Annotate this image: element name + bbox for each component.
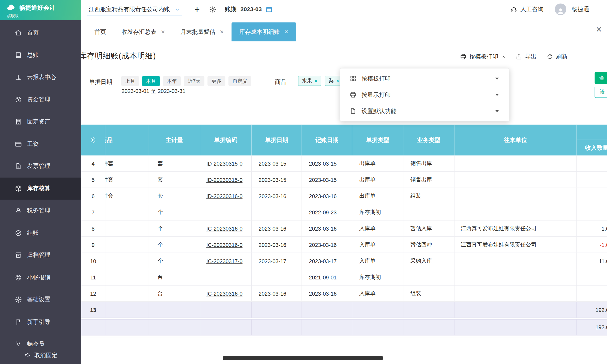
cell-code[interactable]: IC-20230316-0 <box>200 286 252 301</box>
cell-code[interactable]: IC-20230316-0 <box>200 220 252 236</box>
tab-close-icon[interactable]: × <box>220 29 224 35</box>
close-icon[interactable]: × <box>596 25 601 34</box>
tag-remove-icon[interactable]: × <box>336 78 339 84</box>
table-header: 商品主计量单据编码单据日期记账日期单据类型业务类型往来单位收入数量 <box>81 124 607 155</box>
sidebar-item-archive[interactable]: 归档管理 <box>0 244 81 266</box>
table-column-settings[interactable] <box>81 124 105 155</box>
calendar-icon[interactable] <box>266 6 272 13</box>
table-row: 6件套套ID-20230316-02023-03-162023-03-16出库单… <box>81 188 607 204</box>
sidebar-item-inventory[interactable]: 库存核算 <box>0 177 81 200</box>
unpin-sidebar-button[interactable]: 取消固定 <box>0 346 81 364</box>
tab-close-icon[interactable]: × <box>284 29 288 35</box>
cell-qty: 11.00 <box>577 253 607 269</box>
table-row: 5件套套ID-20230315-02023-03-152023-03-15出库单… <box>81 172 607 188</box>
column-header: 单据日期 <box>252 124 302 155</box>
gear-icon <box>90 137 97 144</box>
cell-unit <box>149 320 200 335</box>
sidebar-item-guide[interactable]: 新手引导 <box>0 311 81 333</box>
cell-book_date: 2022-09-23 <box>302 204 352 220</box>
menu-item-print-by-display[interactable]: 按显示打印 <box>340 87 509 103</box>
sidebar-item-fixed-assets[interactable]: 固定资产 <box>0 111 81 133</box>
cell-code[interactable]: IC-20230317-0 <box>200 253 252 269</box>
date-pill[interactable]: 近7天 <box>184 76 204 86</box>
cell-code[interactable]: ID-20230315-0 <box>200 155 252 171</box>
period-value[interactable]: 2023-03 <box>240 6 262 13</box>
cell-doc_date: 2023-03-16 <box>252 188 302 204</box>
horizontal-scrollbar[interactable] <box>223 356 383 360</box>
sidebar-item-reimburse[interactable]: 小畅报销 <box>0 266 81 289</box>
toolbar-export-button[interactable]: 导出 <box>516 53 537 60</box>
closing-icon <box>15 229 22 237</box>
sidebar-item-funds[interactable]: 资金管理 <box>0 88 81 111</box>
cell-doc_date: 2023-03-16 <box>252 286 302 301</box>
product-filter-label: 商品 <box>275 78 286 86</box>
cell-biz_type <box>403 302 454 318</box>
cell-partner <box>454 286 577 301</box>
company-selector[interactable]: 江西服宝精品有限责任公司内账 <box>87 6 182 13</box>
sidebar-item-tax[interactable]: 税务管理 <box>0 200 81 222</box>
cell-qty <box>577 155 607 171</box>
date-pill[interactable]: 本月 <box>142 76 160 86</box>
sidebar-item-label: 首页 <box>27 29 39 37</box>
sidebar-item-salary[interactable]: 工资 <box>0 133 81 155</box>
table-row: 13192.00 <box>81 302 607 318</box>
sidebar-item-member[interactable]: 畅会员 <box>0 333 81 346</box>
date-pill[interactable]: 自定义 <box>229 76 251 86</box>
toolbar-refresh-button[interactable]: 刷新 <box>547 53 567 60</box>
cell-num: 6 <box>81 188 105 204</box>
gear-icon <box>15 296 22 303</box>
sidebar-item-cloud-reports[interactable]: 云报表中心 <box>0 66 81 88</box>
sidebar-item-closing[interactable]: 结账 <box>0 222 81 244</box>
column-header: 单据编码 <box>200 124 252 155</box>
cell-doc_date <box>252 302 302 318</box>
archive-icon <box>15 251 22 259</box>
add-account-set-button[interactable]: + <box>194 5 200 14</box>
sidebar-item-settings[interactable]: 基础设置 <box>0 289 81 311</box>
filter-settings-button[interactable]: 设 <box>595 86 607 98</box>
tab-home[interactable]: 首页 <box>87 22 114 41</box>
menu-item-set-default[interactable]: 设置默认功能 <box>340 103 509 119</box>
tab-close-icon[interactable]: × <box>161 29 165 35</box>
sidebar-item-ledger[interactable]: 总账 <box>0 44 81 66</box>
invoice-icon <box>15 163 22 170</box>
cell-partner: 江西真可爱布娃娃有限责任公司 <box>454 220 577 236</box>
date-pill[interactable]: 本年 <box>163 76 181 86</box>
cell-doc_type: 出库单 <box>352 155 403 171</box>
printer-icon <box>350 91 356 98</box>
tag-remove-icon[interactable]: × <box>314 78 317 84</box>
cell-code <box>200 302 252 318</box>
cell-code[interactable]: IC-20230316-0 <box>200 237 252 252</box>
content: 库存明细账(成本明细) 按模板打印导出刷新 单据日期 上月本月本年近7天更多自定… <box>81 41 607 364</box>
column-header: 记账日期 <box>302 124 352 155</box>
sidebar: 畅捷通好会计 旗舰版 首页总账云报表中心资金管理固定资产工资发票管理库存核算税务… <box>0 0 81 364</box>
tab-month-end-estimate[interactable]: 月末批量暂估× <box>173 22 231 41</box>
export-icon <box>516 53 522 60</box>
cell-doc_type <box>352 302 403 318</box>
date-pill[interactable]: 更多 <box>208 76 225 86</box>
cell-code[interactable]: ID-20230316-0 <box>200 188 252 204</box>
cell-book_date: 2023-03-16 <box>302 286 352 301</box>
toolbar-print-template-button[interactable]: 按模板打印 <box>460 53 506 60</box>
cell-code <box>200 204 252 220</box>
sidebar-item-label: 资金管理 <box>27 96 50 103</box>
divider <box>549 5 550 14</box>
template-icon <box>350 75 356 82</box>
gear-icon[interactable] <box>209 6 216 13</box>
cell-code[interactable]: ID-20230315-0 <box>200 172 252 187</box>
cell-unit: 套 <box>149 188 200 204</box>
avatar[interactable] <box>555 4 566 15</box>
sidebar-item-invoices[interactable]: 发票管理 <box>0 155 81 178</box>
tab-inventory-cost-detail[interactable]: 库存成本明细账× <box>232 22 296 41</box>
cell-doc_date: 2023-03-16 <box>252 237 302 252</box>
search-button[interactable]: 查 <box>595 72 607 84</box>
date-pill[interactable]: 上月 <box>121 76 139 86</box>
menu-item-print-by-template[interactable]: 按模板打印 <box>340 70 509 87</box>
user-name[interactable]: 畅捷通 <box>572 6 589 13</box>
asset-icon <box>15 118 22 125</box>
support-button[interactable]: 人工咨询 <box>510 6 543 13</box>
sidebar-item-home[interactable]: 首页 <box>0 22 81 44</box>
cell-book_date: 2023-03-17 <box>302 253 352 269</box>
unpin-label: 取消固定 <box>34 352 57 359</box>
tab-inout-summary[interactable]: 收发存汇总表× <box>114 22 173 41</box>
printer-icon <box>460 53 466 60</box>
